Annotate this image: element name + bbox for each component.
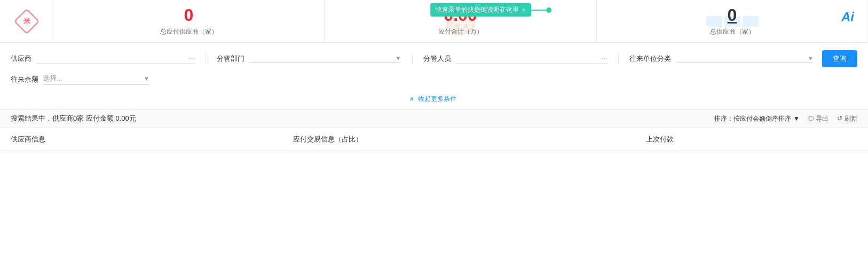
logo-area: 米	[0, 0, 53, 42]
manager-input-wrap: ···	[455, 54, 607, 64]
collapse-label: 收起更多条件	[418, 95, 456, 103]
col-supplier-info: 供应商信息	[11, 135, 293, 144]
stat-number-payable-suppliers: 0	[184, 6, 194, 25]
manager-dots-button[interactable]: ···	[601, 54, 607, 62]
dept-select-wrap[interactable]: ▼	[249, 55, 401, 63]
balance-label: 往来余额	[11, 75, 38, 84]
tooltip-text: 快速录单的快捷键说明在这里	[436, 5, 519, 14]
balance-select-text: 选择...	[43, 74, 144, 83]
divider-3	[618, 53, 619, 64]
results-bar: 搜索结果中，供应商0家 应付金额 0.00元 排序：按应付会额倒序排序 ▼ ⬡ …	[0, 109, 868, 128]
manager-input[interactable]	[455, 54, 599, 62]
diamond-icon: 米	[14, 9, 40, 34]
export-button[interactable]: ⬡ 导出	[808, 114, 828, 123]
supplier-input[interactable]	[36, 54, 187, 62]
collapse-bar[interactable]: ∧ 收起更多条件	[11, 91, 857, 109]
filter-row-2: 往来余额 选择... ▼	[11, 74, 857, 85]
table-body	[0, 151, 868, 275]
sort-arrow-icon: ▼	[793, 115, 800, 122]
col-transaction-info: 应付交易信息（占比）	[293, 135, 646, 144]
export-label: 导出	[816, 114, 828, 123]
table-header: 供应商信息 应付交易信息（占比） 上次付款	[0, 128, 868, 151]
ai-label: Ai	[841, 10, 854, 24]
stat-label-payable-suppliers: 总应付供应商（家）	[160, 27, 218, 36]
refresh-icon: ↺	[837, 115, 842, 122]
export-icon: ⬡	[808, 115, 814, 122]
tooltip-dot	[546, 7, 551, 13]
filter-unit-category: 往来单位分类 ▼	[629, 54, 814, 64]
refresh-button[interactable]: ↺ 刷新	[837, 114, 857, 123]
stat-label-total-suppliers: 总供应商（家）	[710, 27, 755, 36]
unit-category-label: 往来单位分类	[629, 54, 671, 64]
balance-arrow-icon: ▼	[144, 75, 149, 82]
dept-label: 分管部门	[217, 54, 244, 64]
stat-payable-amount: 🍪 快速录单的快捷键说明在这里 × 0.00 应付合计（万）	[325, 0, 596, 42]
sort-select[interactable]: 排序：按应付会额倒序排序 ▼	[714, 114, 800, 123]
stat-total-suppliers: 0 总供应商（家）	[597, 0, 868, 42]
filter-balance: 往来余额 选择... ▼	[11, 74, 149, 85]
stat-payable-suppliers: 0 总应付供应商（家）	[53, 0, 325, 42]
filter-manager: 分管人员 ···	[423, 54, 607, 64]
results-info: 搜索结果中，供应商0家 应付金额 0.00元	[11, 114, 136, 123]
divider-1	[206, 53, 206, 64]
collapse-chevron-icon: ∧	[409, 95, 414, 103]
unit-category-select-wrap[interactable]: ▼	[675, 55, 814, 63]
filter-dept: 分管部门 ▼	[217, 54, 401, 64]
stats-bar: 米 0 总应付供应商（家） 🍪 快速录单的快捷键说明在这里 × 0.00 应付合…	[0, 0, 868, 43]
supplier-label: 供应商	[11, 54, 31, 64]
ai-badge: Ai	[841, 10, 854, 25]
stat-label-payable-amount: 应付合计（万）	[438, 27, 483, 36]
supplier-dots-button[interactable]: ···	[189, 54, 195, 62]
manager-label: 分管人员	[423, 54, 451, 64]
tooltip-bubble[interactable]: 快速录单的快捷键说明在这里 ×	[430, 3, 532, 17]
sort-label: 排序：按应付会额倒序排序	[714, 114, 791, 123]
tooltip-close-button[interactable]: ×	[522, 6, 526, 13]
query-button[interactable]: 查询	[822, 50, 857, 67]
supplier-input-wrap: ···	[36, 54, 195, 64]
svg-text:米: 米	[22, 17, 30, 25]
filter-row-1: 供应商 ··· 分管部门 ▼ 分管人员	[11, 50, 857, 67]
results-actions: 排序：按应付会额倒序排序 ▼ ⬡ 导出 ↺ 刷新	[714, 114, 857, 123]
filter-section: 供应商 ··· 分管部门 ▼ 分管人员	[0, 43, 868, 109]
filter-supplier: 供应商 ···	[11, 54, 195, 64]
dept-arrow-icon: ▼	[396, 55, 401, 61]
balance-select-wrap[interactable]: 选择... ▼	[43, 74, 149, 85]
divider-2	[412, 53, 413, 64]
unit-category-arrow-icon: ▼	[808, 55, 814, 61]
col-last-payment: 上次付款	[646, 135, 858, 144]
refresh-label: 刷新	[845, 114, 857, 123]
